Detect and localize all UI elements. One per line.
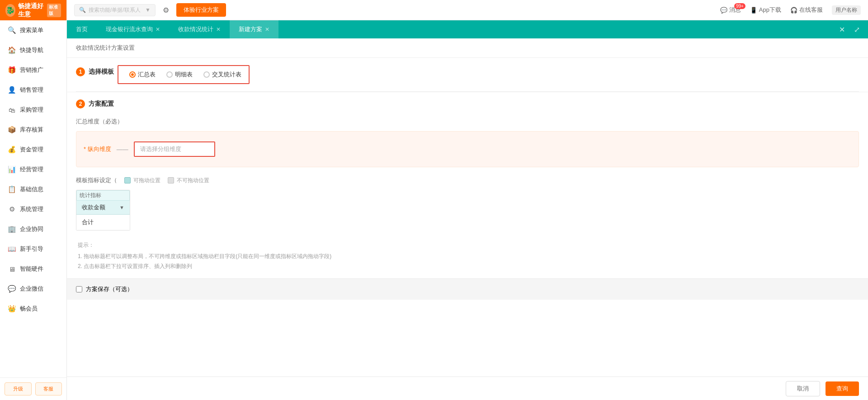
logo-icon: 🐉 (5, 4, 15, 17)
step1-indicator: 1 选择模板 (76, 67, 114, 76)
inventory-icon: 📦 (7, 125, 16, 134)
tips-item-2: 2. 点击标题栏下拉可设置排序、插入列和删除列 (78, 262, 857, 272)
step2-num: 2 (76, 99, 85, 108)
sidebar-item-label: 资金管理 (20, 146, 43, 154)
sidebar-item-label: 经营管理 (20, 165, 43, 174)
sidebar-item-enterprise[interactable]: 🏢 企业协同 (0, 219, 66, 239)
sidebar-item-search-menu[interactable]: 🔍 搜索菜单 (0, 20, 66, 40)
settings-icon[interactable]: ⚙ (163, 6, 169, 14)
sidebar-item-newbie[interactable]: 📖 新手引导 (0, 239, 66, 259)
sidebar-item-fund[interactable]: 💰 资金管理 (0, 140, 66, 160)
sidebar-item-hardware[interactable]: 🖥 智能硬件 (0, 259, 66, 279)
dim-title: 汇总维度（必选） (76, 118, 859, 126)
sidebar-item-sales[interactable]: 👤 销售管理 (0, 80, 66, 100)
tab-home[interactable]: 首页 (67, 20, 97, 38)
stats-table: 统计指标 收款金额 ▼ 合计 (76, 190, 130, 231)
stats-header[interactable]: 收款金额 ▼ (76, 201, 130, 215)
download-icon: 📱 (750, 7, 757, 14)
sidebar-item-label: 畅会员 (20, 305, 38, 313)
online-service-button[interactable]: 🎧 在线客服 (790, 6, 823, 14)
tab-receipt-stat-close[interactable]: ✕ (216, 26, 221, 33)
sidebar-item-label: 智能硬件 (20, 265, 43, 273)
save-checkbox[interactable] (76, 286, 82, 292)
tab-receipt-stat-label: 收款情况统计 (178, 25, 213, 33)
radio-summary[interactable]: 汇总表 (129, 71, 156, 79)
radio-cross[interactable]: 交叉统计表 (203, 71, 241, 79)
download-label: App下载 (759, 6, 781, 14)
sidebar-item-basic[interactable]: 📋 基础信息 (0, 179, 66, 199)
sidebar-item-label: 搜索菜单 (20, 26, 43, 34)
close-tab-button[interactable]: ✕ (836, 24, 848, 35)
member-icon: 👑 (7, 304, 16, 313)
sidebar-item-inventory[interactable]: 📦 库存核算 (0, 120, 66, 140)
template-options-box: 汇总表 明细表 交叉统计表 (118, 65, 250, 84)
step1-section: 1 选择模板 汇总表 明细表 (67, 58, 868, 91)
radio-dot-cross (203, 71, 210, 78)
trial-button[interactable]: 体验行业方案 (176, 3, 226, 17)
sidebar-item-weixin[interactable]: 💬 企业微信 (0, 279, 66, 299)
logo-text: 畅捷通好生意 (18, 2, 47, 19)
sidebar-item-label: 企业微信 (20, 285, 43, 293)
radio-group: 汇总表 明细表 交叉统计表 (129, 71, 241, 79)
logo-badge: 标准版 (47, 4, 61, 17)
sidebar-item-member[interactable]: 👑 畅会员 (0, 299, 66, 319)
app-download-button[interactable]: 📱 App下载 (750, 6, 781, 14)
message-button[interactable]: 💬 消息 99+ (720, 6, 741, 14)
cancel-button[interactable]: 取消 (786, 381, 820, 396)
upgrade-button[interactable]: 升级 (5, 382, 32, 395)
marketing-icon: 🎁 (7, 66, 16, 75)
radio-summary-label: 汇总表 (138, 71, 156, 79)
sidebar-item-label: 新手引导 (20, 245, 43, 253)
legend-non-draggable-label: 不可拖动位置 (177, 177, 209, 184)
sidebar-item-purchase[interactable]: 🛍 采购管理 (0, 100, 66, 120)
tips-title: 提示： (78, 241, 857, 249)
sidebar-item-operation[interactable]: 📊 经营管理 (0, 160, 66, 179)
tab-new-plan-close[interactable]: ✕ (265, 26, 269, 33)
sidebar-item-marketing[interactable]: 🎁 营销推广 (0, 60, 66, 80)
step2-indicator: 2 方案配置 (76, 99, 114, 108)
radio-detail[interactable]: 明细表 (166, 71, 193, 79)
tab-cashflow-close[interactable]: ✕ (156, 26, 160, 33)
query-button[interactable]: 查询 (826, 381, 859, 396)
dim-select[interactable]: 请选择分组维度 (134, 141, 215, 157)
search-menu-icon: 🔍 (7, 26, 16, 35)
stats-dropdown-icon: ▼ (119, 205, 124, 210)
tab-new-plan[interactable]: 新建方案 ✕ (230, 20, 278, 38)
maximize-button[interactable]: ⤢ (851, 24, 863, 35)
service-button[interactable]: 客服 (35, 382, 62, 395)
step2-section: 2 方案配置 汇总维度（必选） * 纵向维度 —— 请选择分组维度 (67, 92, 868, 278)
step2-label: 方案配置 (89, 100, 114, 108)
sidebar-item-label: 营销推广 (20, 66, 43, 74)
user-profile[interactable]: 用户名称 (832, 5, 861, 15)
newbie-icon: 📖 (7, 245, 16, 254)
stats-label: 统计指标 (76, 190, 130, 201)
stats-cell: 合计 (76, 215, 130, 230)
vert-dim-area: * 纵向维度 —— 请选择分组维度 (76, 131, 859, 167)
sidebar-item-label: 销售管理 (20, 86, 43, 94)
sidebar-item-label: 基础信息 (20, 185, 43, 193)
quick-nav-icon: 🏠 (7, 46, 16, 55)
search-icon: 🔍 (79, 7, 86, 13)
sidebar-item-quick-nav[interactable]: 🏠 快捷导航 (0, 40, 66, 60)
sidebar-item-label: 系统管理 (20, 205, 43, 213)
purchase-icon: 🛍 (7, 105, 16, 114)
sidebar-logo: 🐉 畅捷通好生意 标准版 (0, 0, 66, 20)
tips-item-1: 1. 拖动标题栏可以调整布局，不可跨维度或指标区域拖动栏目字段(只能在同一维度或… (78, 252, 857, 262)
save-section: 方案保存（可选） (67, 278, 868, 300)
service-icon: 🎧 (790, 7, 797, 14)
vert-dim-arrow: —— (117, 146, 128, 153)
indicator-title: 模板指标设定（ (76, 176, 117, 184)
search-box[interactable]: 🔍 搜索功能/单据/联系人 ▼ (74, 4, 156, 16)
sidebar-item-label: 企业协同 (20, 225, 43, 233)
enterprise-icon: 🏢 (7, 225, 16, 234)
legend-box-non-draggable (168, 177, 174, 184)
sales-icon: 👤 (7, 85, 16, 94)
legend-draggable-label: 可拖动位置 (133, 177, 160, 184)
fund-icon: 💰 (7, 145, 16, 154)
save-label: 方案保存（可选） (86, 285, 133, 293)
basic-icon: 📋 (7, 185, 16, 194)
sidebar-bottom: 升级 客服 (0, 377, 66, 400)
tab-receipt-stat[interactable]: 收款情况统计 ✕ (169, 20, 230, 38)
sidebar-item-system[interactable]: ⚙ 系统管理 (0, 199, 66, 219)
tab-cashflow[interactable]: 现金银行流水查询 ✕ (97, 20, 169, 38)
